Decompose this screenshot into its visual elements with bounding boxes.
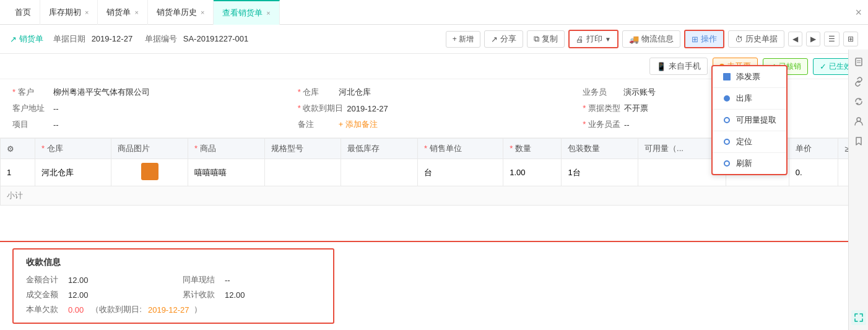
this-order-label: 本单欠款 xyxy=(26,304,63,315)
nav-prev-button[interactable]: ◀ xyxy=(788,32,802,46)
bottom-panel: 收款信息 金额合计 12.00 同单现结 -- 成交金额 12.00 累计收款 … xyxy=(0,241,868,330)
tab-view-sales[interactable]: 查看销货单 × xyxy=(214,0,279,25)
mobile-icon: 📱 xyxy=(656,62,666,71)
transaction-value: 12.00 xyxy=(68,290,89,300)
col-warehouse: 仓库 xyxy=(35,139,111,159)
salesman-label: 业务员孟 xyxy=(583,119,620,130)
transaction-item: 成交金额 12.00 xyxy=(26,289,164,300)
row-product-image xyxy=(111,159,188,186)
cumulative-value: 12.00 xyxy=(225,290,245,300)
same-order-label: 同单现结 xyxy=(183,274,220,285)
form-header: ↗ 销货单 单据日期 2019-12-27 单据编号 SA-20191227-0… xyxy=(0,25,868,54)
tab-close-view-sales[interactable]: × xyxy=(266,9,270,17)
operator-label: 业务员 xyxy=(583,87,620,98)
print-icon: 🖨 xyxy=(576,35,584,44)
same-order-value: -- xyxy=(225,276,230,285)
operation-button[interactable]: ⊞ 操作 xyxy=(684,30,724,48)
this-order-value: 0.00 xyxy=(68,305,84,315)
view-grid-button[interactable]: ⊞ xyxy=(843,32,858,46)
dropdown-locate[interactable]: 定位 xyxy=(713,131,786,153)
payment-title: 收款信息 xyxy=(26,257,321,268)
sidebar-icon-bookmark[interactable] xyxy=(851,134,866,149)
row-sales-unit: 台 xyxy=(417,159,503,186)
dropdown-refresh[interactable]: 刷新 xyxy=(713,153,786,174)
form-meta: 单据日期 2019-12-27 单据编号 SA-20191227-001 xyxy=(53,33,248,45)
tab-bar: 首页 库存期初 × 销货单 × 销货单历史 × 查看销货单 × × xyxy=(0,0,868,25)
col-settings[interactable]: ⚙ xyxy=(1,139,35,159)
add-remark-button[interactable]: + 添加备注 xyxy=(339,119,378,130)
due-date-field: 收款到期日 2019-12-27 xyxy=(298,103,571,114)
tab-sales-order[interactable]: 销货单 × xyxy=(98,0,147,25)
doc-no-label: 单据编号 SA-20191227-001 xyxy=(145,33,248,45)
row-quantity: 1.00 xyxy=(503,159,562,186)
main-area: ↗ 销货单 单据日期 2019-12-27 单据编号 SA-20191227-0… xyxy=(0,25,868,330)
col-quantity: 数量 xyxy=(503,139,562,159)
remark-label: 备注 xyxy=(298,119,335,130)
sidebar-icon-link[interactable] xyxy=(851,74,866,89)
customer-value: 柳州粤港平安气体有限公司 xyxy=(53,87,150,98)
add-button[interactable]: + 新增 xyxy=(446,31,480,48)
row-no: 1 xyxy=(1,159,35,186)
remark-field: 备注 + 添加备注 xyxy=(298,119,571,130)
salesman-value: -- xyxy=(624,120,630,129)
tab-inventory-init[interactable]: 库存期初 × xyxy=(40,0,98,25)
operator-value: 演示账号 xyxy=(623,87,656,98)
amount-total-label: 金额合计 xyxy=(26,274,63,285)
col-pack-qty: 包装数量 xyxy=(562,139,638,159)
dropdown-out-warehouse[interactable]: 出库 xyxy=(713,88,786,110)
col-product-image: 商品图片 xyxy=(111,139,188,159)
warehouse-field: 仓库 河北仓库 xyxy=(298,87,571,98)
share-button[interactable]: ↗ 分享 xyxy=(484,30,523,48)
due-date-label: 收款到期日 xyxy=(298,103,344,114)
form-title-area: ↗ 销货单 单据日期 2019-12-27 单据编号 SA-20191227-0… xyxy=(10,33,248,45)
warehouse-label: 仓库 xyxy=(298,87,335,98)
ticket-type-value: 不开票 xyxy=(624,103,648,114)
transaction-label: 成交金额 xyxy=(26,289,63,300)
amount-total-item: 金额合计 12.00 xyxy=(26,274,164,285)
history-button[interactable]: ⏱ 历史单据 xyxy=(728,30,784,48)
logistics-button[interactable]: 🚚 物流信息 xyxy=(622,30,680,48)
project-value: -- xyxy=(53,120,59,129)
subtotal-label: 小计 xyxy=(1,186,868,206)
dropdown-add-invoice[interactable]: 添发票 xyxy=(713,66,786,88)
ticket-type-label: 票据类型 xyxy=(583,103,620,114)
view-list-button[interactable]: ☰ xyxy=(824,32,840,46)
address-value: -- xyxy=(53,104,59,113)
copy-icon: ⧉ xyxy=(534,34,539,44)
sidebar-icon-refresh[interactable] xyxy=(851,94,866,109)
customer-field: 客户 柳州粤港平安气体有限公司 xyxy=(12,87,285,98)
out-warehouse-icon xyxy=(723,94,731,103)
project-field: 项目 -- xyxy=(12,119,285,130)
print-button[interactable]: 🖨 打印 ▼ xyxy=(568,30,618,48)
row-unit-price: 0. xyxy=(789,159,838,186)
truck-icon: 🚚 xyxy=(629,35,639,44)
due-date-value: 2019-12-27 xyxy=(347,104,388,113)
row-pack-qty: 1台 xyxy=(562,159,638,186)
col-spec: 规格型号 xyxy=(264,139,341,159)
col-sales-unit: 销售单位 xyxy=(417,139,503,159)
operation-dropdown-menu: 添发票 出库 可用量提取 定位 刷新 xyxy=(711,65,788,175)
tab-bar-close-button[interactable]: × xyxy=(855,6,862,19)
tab-sales-history[interactable]: 销货单历史 × xyxy=(148,0,214,25)
col-unit-price: 单价 xyxy=(789,139,838,159)
tab-home[interactable]: 首页 xyxy=(6,0,40,25)
grid-icon: ⊞ xyxy=(692,35,698,44)
sidebar-icon-user[interactable] xyxy=(851,114,866,129)
col-min-stock: 最低库存 xyxy=(341,139,418,159)
effective-icon: ✓ xyxy=(820,62,827,71)
copy-button[interactable]: ⧉ 复制 xyxy=(527,30,565,48)
share-icon: ↗ xyxy=(491,35,498,44)
subtotal-row: 小计 xyxy=(1,186,868,206)
nav-next-button[interactable]: ▶ xyxy=(806,32,820,46)
payment-info: 收款信息 金额合计 12.00 同单现结 -- 成交金额 12.00 累计收款 … xyxy=(12,248,334,324)
svg-point-3 xyxy=(857,118,861,121)
from-mobile-button[interactable]: 📱 来自手机 xyxy=(649,58,708,75)
tab-close-sales-order[interactable]: × xyxy=(134,9,138,16)
tab-close-sales-history[interactable]: × xyxy=(201,9,204,16)
sidebar-icon-clipboard[interactable] xyxy=(851,54,866,69)
sidebar-icon-expand[interactable] xyxy=(851,310,866,325)
dropdown-available-fetch[interactable]: 可用量提取 xyxy=(713,110,786,131)
tab-close-inventory-init[interactable]: × xyxy=(85,9,89,16)
add-invoice-icon xyxy=(723,72,731,81)
due-date-info-value: 2019-12-27 xyxy=(148,305,189,315)
